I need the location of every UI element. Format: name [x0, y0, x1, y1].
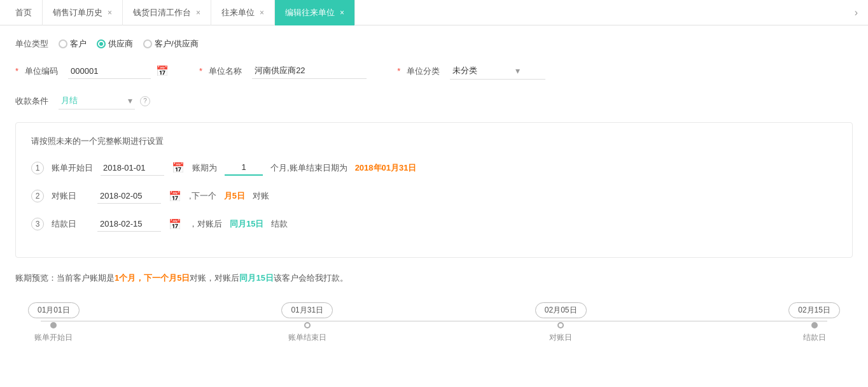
tl-pill-start: 01月01日 — [28, 302, 80, 318]
unit-category-label: 单位分类 — [407, 66, 440, 77]
tl-pill-reconcile: 02月05日 — [535, 302, 587, 318]
preview-payment-day: 同月15日 — [239, 273, 273, 283]
payment-date-input[interactable] — [97, 216, 161, 232]
radio-customer[interactable]: 客户 — [59, 38, 87, 50]
start-date-input[interactable] — [101, 160, 164, 176]
row-reconcile-date: 2 对账日 📅 ,下一个 月5日 对账 — [31, 188, 837, 204]
panel-title: 请按照未来的一个完整帐期进行设置 — [31, 136, 837, 147]
row2-prefix: ,下一个 — [189, 190, 216, 202]
tab-home[interactable]: 首页 — [5, 0, 43, 25]
radio-supplier-label: 供应商 — [108, 38, 133, 50]
period-input[interactable] — [225, 160, 263, 176]
row1-suffix1: 账期为 — [192, 162, 217, 174]
start-date-calendar-icon[interactable]: 📅 — [172, 162, 185, 174]
unit-name-input[interactable] — [252, 64, 367, 79]
preview-text: 账期预览：当前客户账期是1个月，下一个月5日对账，对账后同月15日该客户会给我打… — [15, 271, 853, 285]
row-payment-date: 3 结款日 📅 ，对账后 同月15日 结款 — [31, 216, 837, 232]
unit-code-label: 单位编码 — [25, 66, 58, 77]
unit-category-select[interactable]: 未分类 ▾ — [450, 62, 545, 80]
unit-category-value: 未分类 — [452, 65, 477, 76]
tl-label-payment: 结款日 — [803, 332, 826, 343]
unit-name-group: * 单位名称 — [199, 64, 367, 79]
timeline-nodes: 01月01日 账单开始日 01月31日 账单结束日 02月05日 对账日 02月… — [28, 302, 840, 343]
row-label-1: 账单开始日 — [52, 162, 93, 174]
tab-partner-close[interactable]: × — [260, 8, 264, 17]
tab-partner-label: 往来单位 — [221, 7, 255, 18]
preview-period: 1个月， — [115, 273, 144, 283]
payment-day-highlight: 同月15日 — [230, 218, 263, 230]
tab-edit-label: 编辑往来单位 — [285, 7, 335, 18]
tl-dot-reconcile — [557, 322, 564, 328]
timeline-section: 01月01日 账单开始日 01月31日 账单结束日 02月05日 对账日 02月… — [15, 300, 853, 345]
radio-both-label: 客户/供应商 — [155, 38, 199, 50]
row2-suffix: 对账 — [253, 190, 269, 202]
radio-supplier[interactable]: 供应商 — [97, 38, 133, 50]
tab-home-label: 首页 — [15, 7, 32, 18]
tl-pill-end: 01月31日 — [281, 302, 333, 318]
tl-node-start: 01月01日 账单开始日 — [28, 302, 80, 343]
unit-name-label: 单位名称 — [209, 66, 242, 77]
unit-code-group: * 单位编码 📅 — [15, 64, 169, 79]
payment-condition-dropdown-icon: ▾ — [128, 95, 132, 106]
unit-info-row: * 单位编码 📅 * 单位名称 * 单位分类 未分类 ▾ — [15, 62, 853, 80]
settings-panel: 请按照未来的一个完整帐期进行设置 1 账单开始日 📅 账期为 个月,账单结束日期… — [15, 122, 853, 258]
unit-code-icon[interactable]: 📅 — [156, 65, 169, 77]
unit-category-star: * — [397, 66, 400, 76]
tl-dot-start — [50, 322, 57, 328]
row-num-1: 1 — [31, 162, 44, 174]
tab-cash-work[interactable]: 钱货日清工作台 × — [123, 0, 211, 25]
row-start-date: 1 账单开始日 📅 账期为 个月,账单结束日期为 2018年01月31日 — [31, 160, 837, 176]
tab-edit-close[interactable]: × — [340, 8, 344, 17]
row-num-2: 2 — [31, 190, 44, 202]
tabs-bar: 首页 销售订单历史 × 钱货日清工作台 × 往来单位 × 编辑往来单位 × › — [0, 0, 868, 25]
reconcile-date-input[interactable] — [97, 188, 161, 204]
unit-category-dropdown-icon: ▾ — [515, 66, 520, 76]
tl-label-start: 账单开始日 — [34, 332, 73, 343]
row-label-3: 结款日 — [52, 218, 90, 230]
radio-customer-circle — [59, 39, 67, 48]
reconcile-calendar-icon[interactable]: 📅 — [169, 190, 181, 202]
unit-code-star: * — [15, 66, 18, 76]
preview-prefix: 账期预览：当前客户账期是 — [15, 273, 115, 283]
tab-sales-label: 销售订单历史 — [53, 7, 102, 18]
payment-calendar-icon[interactable]: 📅 — [169, 218, 181, 230]
row-label-2: 对账日 — [52, 190, 90, 202]
radio-supplier-circle — [97, 39, 106, 48]
payment-condition-row: 收款条件 月结 ▾ ? — [15, 92, 853, 109]
payment-condition-value: 月结 — [61, 95, 128, 106]
unit-type-row: 单位类型 客户 供应商 客户/供应商 — [15, 38, 853, 50]
tab-sales-order[interactable]: 销售订单历史 × — [43, 0, 123, 25]
tl-node-end: 01月31日 账单结束日 — [281, 302, 333, 343]
preview-suffix: 该客户会给我打款。 — [274, 273, 348, 283]
tl-node-payment: 02月15日 结款日 — [788, 302, 840, 343]
tl-dot-payment — [811, 322, 818, 328]
timeline-container: 01月01日 账单开始日 01月31日 账单结束日 02月05日 对账日 02月… — [28, 300, 840, 345]
radio-customer-label: 客户 — [70, 38, 87, 50]
payment-condition-label: 收款条件 — [15, 95, 48, 107]
tl-pill-payment: 02月15日 — [788, 302, 840, 318]
tab-arrow-icon[interactable]: › — [850, 7, 863, 18]
tl-node-reconcile: 02月05日 对账日 — [535, 302, 587, 343]
tab-edit-partner[interactable]: 编辑往来单位 × — [275, 0, 355, 25]
row1-suffix2: 个月,账单结束日期为 — [270, 162, 347, 174]
row-num-3: 3 — [31, 218, 44, 230]
unit-code-input[interactable] — [68, 64, 151, 79]
unit-type-label: 单位类型 — [15, 38, 48, 50]
row3-suffix: 结款 — [271, 218, 288, 230]
tl-label-end: 账单结束日 — [288, 332, 326, 343]
end-date-highlight: 2018年01月31日 — [355, 162, 417, 174]
tl-label-reconcile: 对账日 — [549, 332, 572, 343]
unit-category-group: * 单位分类 未分类 ▾ — [397, 62, 545, 80]
reconcile-day-highlight: 月5日 — [224, 190, 245, 202]
tl-dot-end — [304, 322, 311, 328]
tab-cash-label: 钱货日清工作台 — [133, 7, 191, 18]
payment-condition-select[interactable]: 月结 ▾ — [59, 92, 135, 109]
main-content: 单位类型 客户 供应商 客户/供应商 * 单位编码 📅 * 单位名称 — [0, 25, 868, 387]
tab-partner[interactable]: 往来单位 × — [211, 0, 275, 25]
preview-middle: 对账，对账后 — [190, 273, 239, 283]
radio-group: 客户 供应商 客户/供应商 — [59, 38, 199, 50]
radio-both[interactable]: 客户/供应商 — [143, 38, 199, 50]
tab-cash-close[interactable]: × — [196, 8, 200, 17]
tab-sales-close[interactable]: × — [108, 8, 112, 17]
help-icon[interactable]: ? — [140, 96, 150, 106]
